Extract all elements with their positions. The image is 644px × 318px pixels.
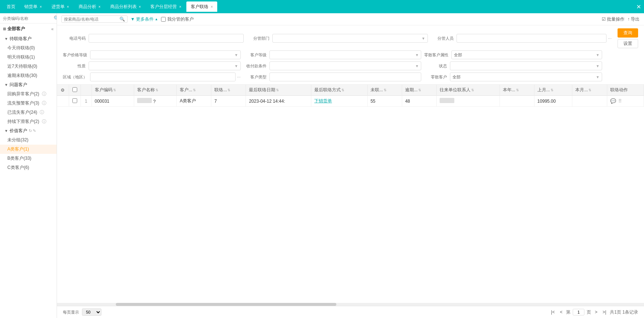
row-this-month	[572, 96, 607, 107]
col-type[interactable]: 客户...⇅	[177, 85, 211, 96]
per-page-select[interactable]: 50 100	[82, 308, 101, 316]
chat-icon[interactable]: 💬	[610, 98, 616, 104]
sort-no-contact[interactable]: ⇅	[384, 88, 387, 92]
tab-purchase-order[interactable]: 进货单 ×	[47, 1, 74, 12]
tab-product-analysis-list[interactable]: 商品分析列表 ×	[106, 1, 146, 12]
batch-op-btn[interactable]: ☑ 批量操作	[602, 16, 625, 22]
query-button[interactable]: 查询	[618, 28, 638, 38]
qrcode-icon[interactable]: ⠿	[618, 98, 622, 104]
sidebar-item-churn-warning[interactable]: 流失预警客户(3) ⓘ	[0, 99, 57, 108]
refresh-icon-value[interactable]: ↻	[29, 128, 32, 133]
filter-select-customer-level[interactable]: ▼	[269, 50, 422, 59]
export-btn[interactable]: ↑ 导出	[627, 16, 640, 22]
sidebar-item-ungrouped[interactable]: 未分组(32)	[0, 135, 57, 145]
filter-input-ctype[interactable]	[269, 73, 422, 81]
sidebar-item-7days[interactable]: 近7天待联络(0)	[0, 62, 57, 71]
col-name[interactable]: 客户名称⇅	[134, 85, 177, 96]
my-customer-checkbox[interactable]	[161, 17, 166, 22]
last-method-link[interactable]: 下销货单	[314, 98, 332, 103]
sidebar-item-declining[interactable]: 持续下滑客户(2) ⓘ	[0, 117, 57, 126]
sidebar-group-value[interactable]: ▼ 价值客户 ↻ ✎	[0, 126, 57, 135]
tab-customer-contact[interactable]: 客户联络 ×	[186, 1, 217, 12]
sort-this-month[interactable]: ⇅	[588, 88, 591, 92]
page-input[interactable]	[573, 309, 584, 315]
sort-last-month[interactable]: ⇅	[551, 88, 554, 92]
sidebar-item-c-class[interactable]: C类客户(6)	[0, 163, 57, 172]
sort-name[interactable]: ⇅	[155, 88, 158, 92]
sort-overdue[interactable]: ⇅	[418, 88, 421, 92]
col-unit-contact[interactable]: 往来单位联系人⇅	[437, 85, 500, 96]
col-last-month[interactable]: 上月...⇅	[534, 85, 572, 96]
edit-icon-value[interactable]: ✎	[33, 128, 36, 133]
sidebar-item-today[interactable]: 今天待联络(0)	[0, 43, 57, 53]
tab-sales-order[interactable]: 销货单 ×	[20, 1, 46, 12]
col-check[interactable]	[69, 85, 80, 96]
filter-more-btn[interactable]: ▼ 更多条件 ▲	[130, 16, 158, 22]
sort-unit-contact[interactable]: ⇅	[471, 88, 474, 92]
col-last-method[interactable]: 最后联络方式⇅	[311, 85, 368, 96]
scrollbar-thumb[interactable]	[116, 303, 336, 306]
sidebar-item-tomorrow[interactable]: 明天待联络(1)	[0, 53, 57, 62]
sidebar-item-a-class[interactable]: A类客户(1)	[0, 145, 57, 154]
filter-input-region[interactable]	[90, 73, 236, 81]
sidebar-item-repurchase-abnormal[interactable]: 回购异常客户(2) ⓘ	[0, 89, 57, 99]
close-tab-sales-order[interactable]: ×	[40, 5, 42, 9]
row-check[interactable]	[69, 96, 80, 107]
sidebar-collapse-icon[interactable]: «	[51, 26, 54, 32]
close-tab-customer-contact[interactable]: ×	[211, 5, 213, 9]
sidebar-item-churned[interactable]: 已流失客户(24) ⓘ	[0, 108, 57, 117]
select-all-checkbox[interactable]	[72, 87, 77, 92]
sort-last-date[interactable]: ⇅	[276, 88, 279, 92]
filter-input-person[interactable]	[457, 34, 607, 43]
page-next-btn[interactable]: >	[593, 309, 599, 315]
sort-code[interactable]: ⇅	[113, 88, 116, 92]
col-last-date[interactable]: 最后联络日期⇅	[246, 85, 311, 96]
filter-select-scatter-attr[interactable]: 全部 ▼	[451, 50, 602, 59]
sidebar-all-customers[interactable]: ⊞ 全部客户 «	[0, 24, 57, 34]
sort-type[interactable]: ⇅	[193, 88, 196, 92]
close-window-icon[interactable]: ✕	[636, 3, 641, 10]
close-tab-product-analysis[interactable]: ×	[99, 5, 101, 9]
col-overdue[interactable]: 逾期...⇅	[402, 85, 437, 96]
col-code[interactable]: 客户编码⇅	[92, 85, 134, 96]
horizontal-scrollbar[interactable]	[57, 303, 644, 306]
close-tab-purchase-order[interactable]: ×	[67, 5, 69, 9]
close-tab-product-analysis-list[interactable]: ×	[139, 5, 141, 9]
row-last-method[interactable]: 下销货单	[311, 96, 368, 107]
page-prev-btn[interactable]: <	[558, 309, 564, 315]
row-checkbox[interactable]	[72, 98, 77, 103]
tab-product-analysis[interactable]: 商品分析 ×	[74, 1, 105, 12]
col-this-year[interactable]: 本年...⇅	[500, 85, 534, 96]
sidebar-item-b-class[interactable]: B类客户(33)	[0, 154, 57, 163]
search-icon: 🔍	[119, 17, 125, 22]
sidebar-search-input[interactable]	[3, 16, 54, 21]
page-first-btn[interactable]: |<	[550, 309, 556, 315]
sort-this-year[interactable]: ⇅	[516, 88, 519, 92]
col-gear[interactable]: ⚙	[57, 85, 69, 96]
filter-select-payment[interactable]: ▼	[269, 61, 422, 70]
settings-button[interactable]: 设置	[618, 39, 638, 48]
page-last-btn[interactable]: >|	[601, 309, 608, 315]
tab-customer-tier[interactable]: 客户分层经营 ×	[146, 1, 186, 12]
col-no-contact[interactable]: 未联...⇅	[367, 85, 402, 96]
sidebar-group-pending[interactable]: ▼ 待联络客户	[0, 34, 57, 43]
sidebar-group-problem[interactable]: ▼ 问题客户	[0, 80, 57, 89]
col-this-month[interactable]: 本月...⇅	[572, 85, 607, 96]
filter-select-scatter[interactable]: 全部 ▼	[450, 73, 602, 81]
filter-select-dept[interactable]: ▼	[272, 34, 427, 43]
row-contact-count: 7	[211, 96, 246, 107]
filter-select-status[interactable]: ▼	[450, 61, 602, 70]
my-customer-checkbox-label[interactable]: 我分管的客户	[161, 16, 194, 22]
filter-select-price-level[interactable]: ▼	[90, 50, 241, 59]
sidebar-item-overdue[interactable]: 逾期未联络(30)	[0, 71, 57, 80]
filter-select-nature[interactable]: ▼	[89, 61, 241, 70]
col-contact[interactable]: 联络...⇅	[211, 85, 246, 96]
sort-last-method[interactable]: ⇅	[341, 88, 344, 92]
sort-contact[interactable]: ⇅	[228, 88, 230, 92]
filter-input-phone[interactable]	[89, 34, 244, 43]
filter-dots-person[interactable]: ···	[608, 36, 612, 41]
filter-dots-region[interactable]: ···	[237, 74, 241, 80]
search-input[interactable]	[64, 17, 119, 21]
nav-home[interactable]: 首页	[3, 4, 19, 10]
close-tab-customer-tier[interactable]: ×	[179, 5, 181, 9]
